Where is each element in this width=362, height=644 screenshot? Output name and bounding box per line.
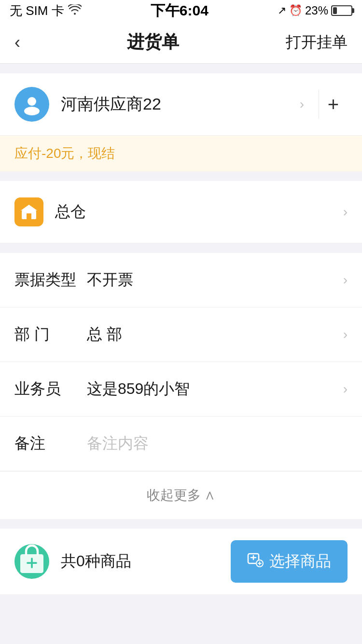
nav-bar: ‹ 进货单 打开挂单 — [0, 21, 362, 64]
svg-point-0 — [28, 97, 36, 106]
add-supplier-button[interactable]: + — [319, 90, 348, 119]
svg-point-1 — [24, 107, 40, 115]
select-product-button[interactable]: 选择商品 — [231, 540, 348, 583]
warehouse-icon-bg — [14, 197, 43, 226]
select-product-icon — [247, 552, 264, 571]
status-time: 下午6:04 — [151, 1, 209, 21]
svg-rect-4 — [27, 213, 31, 219]
back-button[interactable]: ‹ — [14, 32, 20, 53]
salesperson-label: 业务员 — [14, 378, 82, 400]
collapse-row[interactable]: 收起更多 ∧ — [0, 471, 362, 519]
department-chevron-icon: › — [343, 327, 348, 342]
remarks-value[interactable]: 备注内容 — [82, 433, 348, 454]
gap-2 — [0, 171, 362, 181]
department-row[interactable]: 部 门 总 部 › — [0, 308, 362, 362]
wifi-icon — [68, 3, 82, 18]
remarks-row[interactable]: 备注 备注内容 — [0, 417, 362, 471]
salesperson-row[interactable]: 业务员 这是859的小智 › — [0, 362, 362, 417]
invoice-type-chevron-icon: › — [343, 272, 348, 288]
department-label: 部 门 — [14, 324, 82, 345]
battery-pct: 23% — [305, 4, 328, 17]
open-pending-button[interactable]: 打开挂单 — [286, 32, 348, 53]
warehouse-section: 总仓 › — [0, 181, 362, 243]
supplier-name: 河南供应商22 — [61, 93, 300, 115]
invoice-type-value: 不开票 — [82, 269, 343, 291]
collapse-label: 收起更多 ∧ — [147, 486, 216, 504]
battery-icon — [331, 5, 352, 16]
notice-text: 应付-20元，现结 — [14, 146, 115, 161]
plus-icon: + — [328, 95, 339, 114]
page-title: 进货单 — [127, 30, 179, 54]
alarm-icon: ⏰ — [289, 4, 302, 17]
gap-1 — [0, 64, 362, 73]
supplier-chevron-icon: › — [300, 97, 304, 112]
product-bar: 共0种商品 选择商品 — [0, 529, 362, 594]
department-value: 总 部 — [82, 324, 343, 345]
status-right: ↗ ⏰ 23% — [278, 4, 352, 17]
remarks-label: 备注 — [14, 433, 82, 454]
status-left: 无 SIM 卡 — [10, 2, 82, 19]
location-icon: ↗ — [278, 4, 286, 17]
select-product-label: 选择商品 — [269, 551, 331, 572]
supplier-section: 河南供应商22 › + 应付-20元，现结 — [0, 73, 362, 171]
supplier-row[interactable]: 河南供应商22 › + — [0, 73, 362, 136]
invoice-type-label: 票据类型 — [14, 269, 82, 291]
supplier-avatar — [14, 87, 49, 122]
warehouse-label: 总仓 — [55, 201, 343, 223]
salesperson-value: 这是859的小智 — [82, 378, 343, 400]
form-section: 票据类型 不开票 › 部 门 总 部 › 业务员 这是859的小智 › 备注 备… — [0, 253, 362, 519]
status-bar: 无 SIM 卡 下午6:04 ↗ ⏰ 23% — [0, 0, 362, 21]
warehouse-row[interactable]: 总仓 › — [0, 181, 362, 243]
svg-marker-3 — [21, 205, 37, 210]
sim-label: 无 SIM 卡 — [10, 2, 64, 19]
page-background — [0, 594, 362, 644]
warehouse-chevron-icon: › — [343, 204, 348, 220]
product-count-label: 共0种商品 — [61, 551, 231, 572]
gap-3 — [0, 243, 362, 253]
invoice-type-row[interactable]: 票据类型 不开票 › — [0, 253, 362, 308]
notice-bar: 应付-20元，现结 — [0, 136, 362, 171]
product-icon-bg — [14, 544, 49, 579]
salesperson-chevron-icon: › — [343, 381, 348, 397]
